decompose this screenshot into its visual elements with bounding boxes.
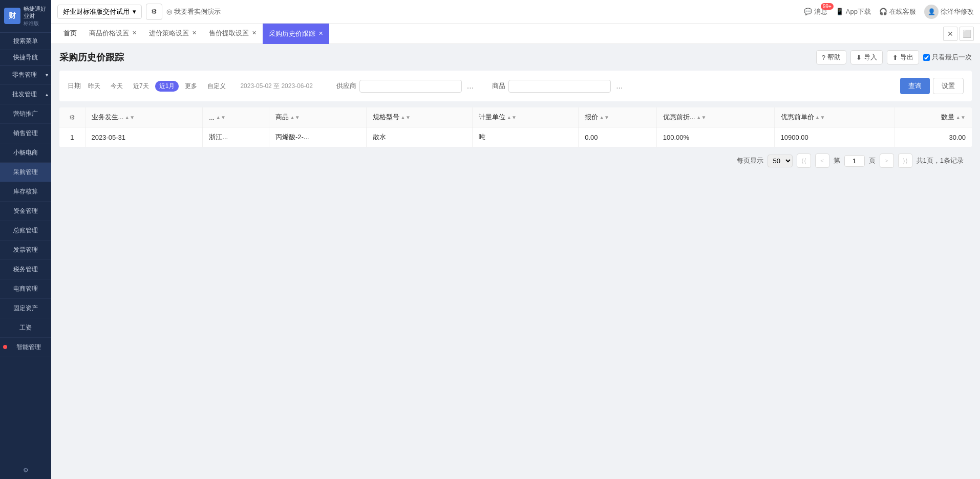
sidebar-item-tax[interactable]: 税务管理 — [0, 260, 51, 279]
date-opt-custom[interactable]: 自定义 — [203, 81, 230, 92]
sidebar-item-salary[interactable]: 工资 — [0, 318, 51, 338]
td-extra: 浙江... — [203, 127, 269, 147]
next-page-button[interactable]: ＞ — [880, 154, 894, 168]
page-unit: 页 — [869, 156, 876, 165]
message-button[interactable]: 💬 消息 99+ — [804, 7, 827, 16]
help-button[interactable]: ? 帮助 — [816, 50, 846, 64]
tab-history-price[interactable]: 采购历史价跟踪 ✕ — [263, 24, 329, 44]
supplier-label: 供应商 — [336, 81, 356, 91]
version-selector[interactable]: 好业财标准版交付试用 ▾ — [57, 5, 142, 19]
sidebar-item-wholesale[interactable]: 批发管理 ▴ — [0, 85, 51, 104]
sidebar-item-invoice[interactable]: 发票管理 — [0, 241, 51, 260]
date-opt-today[interactable]: 今天 — [106, 81, 127, 92]
sort-icon[interactable]: ▲▼ — [216, 115, 226, 120]
sidebar-quicknav[interactable]: 快捷导航 — [0, 50, 51, 66]
sidebar-settings-button[interactable]: ⚙ — [0, 462, 51, 479]
date-opt-more[interactable]: 更多 — [181, 81, 201, 92]
date-range-display: 2023-05-02 至 2023-06-02 — [240, 82, 312, 91]
sidebar-search[interactable]: 搜索菜单 — [0, 33, 51, 50]
date-opt-yesterday[interactable]: 昨天 — [84, 81, 104, 92]
sort-icon[interactable]: ▲▼ — [955, 115, 966, 120]
sidebar-item-finance[interactable]: 资金管理 — [0, 202, 51, 221]
sidebar-item-accounting[interactable]: 总账管理 — [0, 221, 51, 241]
import-button[interactable]: ⬇ 导入 — [850, 50, 883, 64]
sort-icon[interactable]: ▲▼ — [696, 115, 707, 120]
page-title: 采购历史价跟踪 — [59, 51, 124, 63]
sidebar-item-purchase[interactable]: 采购管理 — [0, 163, 51, 182]
supplier-filter: 供应商 ... — [336, 80, 476, 93]
supplier-input[interactable] — [359, 80, 462, 93]
sort-icon[interactable]: ▲▼ — [599, 115, 609, 120]
th-unit: 计量单位 ▲▼ — [473, 107, 579, 127]
sort-icon[interactable]: ▲▼ — [124, 115, 135, 120]
tab-close-active-icon[interactable]: ✕ — [318, 30, 323, 37]
sort-icon[interactable]: ▲▼ — [815, 115, 825, 120]
tab-sale-price[interactable]: 售价提取设置 ✕ — [203, 24, 263, 44]
topbar: 好业财标准版交付试用 ▾ ⚙ ◎ 我要看实例演示 💬 消息 99+ 📱 App下… — [51, 0, 980, 24]
sidebar-item-assets[interactable]: 固定资产 — [0, 299, 51, 318]
prev-page-button[interactable]: ＜ — [815, 154, 829, 168]
td-goods: 丙烯酸-2-... — [269, 127, 366, 147]
th-extra: ... ▲▼ — [203, 107, 269, 127]
only-latest-checkbox[interactable]: 只看最后一次 — [923, 53, 972, 62]
td-business-date: 2023-05-31 — [85, 127, 203, 147]
filter-actions: 查询 设置 — [900, 78, 964, 94]
sidebar-item-inventory[interactable]: 库存核算 — [0, 182, 51, 202]
page-input[interactable] — [844, 155, 865, 167]
goods-dots[interactable]: ... — [614, 81, 625, 91]
sidebar-item-retail[interactable]: 零售管理 ▾ — [0, 66, 51, 85]
sidebar-item-sales[interactable]: 销售管理 — [0, 124, 51, 143]
user-menu-button[interactable]: 👤 徐泽华修改 — [924, 5, 974, 19]
gear-icon: ⚙ — [151, 8, 157, 15]
version-selector-label: 好业财标准版交付试用 — [63, 7, 130, 16]
export-button[interactable]: ⬆ 导出 — [887, 50, 919, 64]
sidebar-item-marketing[interactable]: 营销推广 — [0, 104, 51, 124]
date-opt-7days[interactable]: 近7天 — [129, 81, 153, 92]
per-page-select[interactable]: 50 — [768, 155, 793, 167]
sidebar-item-ecommerce-small[interactable]: 小畅电商 — [0, 143, 51, 163]
demo-button[interactable]: ◎ 我要看实例演示 — [166, 7, 221, 16]
import-icon: ⬇ — [856, 54, 862, 61]
goods-input[interactable] — [508, 80, 611, 93]
tab-close-icon[interactable]: ✕ — [132, 30, 137, 36]
first-page-button[interactable]: ⟨⟨ — [797, 154, 811, 168]
page-label: 第 — [834, 156, 840, 165]
page-actions: ? 帮助 ⬇ 导入 ⬆ 导出 只看最后一次 — [816, 50, 972, 64]
data-table-container: ⚙ 业务发生... ▲▼ ... ▲▼ — [59, 107, 972, 147]
topbar-right: 💬 消息 99+ 📱 App下载 🎧 在线客服 👤 徐泽华修改 — [804, 5, 974, 19]
app-download-button[interactable]: 📱 App下载 — [836, 7, 871, 16]
th-goods: 商品 ▲▼ — [269, 107, 366, 127]
sort-icon[interactable]: ▲▼ — [290, 115, 300, 120]
per-page-label: 每页显示 — [737, 156, 763, 165]
online-service-button[interactable]: 🎧 在线客服 — [879, 7, 916, 16]
export-icon: ⬆ — [892, 54, 898, 61]
sidebar-item-smart[interactable]: 智能管理 — [0, 338, 51, 357]
tab-close-icon[interactable]: ✕ — [252, 30, 257, 36]
filter-row: 日期 昨天 今天 近7天 近1月 更多 自定义 2023-05-02 至 202… — [68, 78, 964, 94]
last-page-button[interactable]: ⟩⟩ — [898, 154, 912, 168]
expand-arrow-icon: ▾ — [46, 72, 48, 78]
tab-purchase-strategy[interactable]: 进价策略设置 ✕ — [143, 24, 203, 44]
th-quantity: 数量 ▲▼ — [894, 107, 972, 127]
sidebar-item-ecommerce[interactable]: 电商管理 — [0, 279, 51, 299]
data-table: ⚙ 业务发生... ▲▼ ... ▲▼ — [59, 107, 972, 147]
table-header-row: ⚙ 业务发生... ▲▼ ... ▲▼ — [59, 107, 972, 127]
tab-home[interactable]: 首页 — [57, 24, 83, 44]
settings-button[interactable]: ⚙ — [146, 4, 162, 20]
date-opt-1month[interactable]: 近1月 — [155, 81, 179, 92]
query-button[interactable]: 查询 — [900, 78, 930, 94]
only-latest-input[interactable] — [923, 54, 930, 61]
column-settings-icon[interactable]: ⚙ — [69, 114, 75, 121]
tab-price[interactable]: 商品价格设置 ✕ — [83, 24, 143, 44]
tab-close-window-button[interactable]: ✕ — [943, 27, 957, 41]
logo-subtitle: 标准版 — [24, 20, 47, 27]
tab-close-icon[interactable]: ✕ — [192, 30, 197, 36]
tab-maximize-button[interactable]: ⬜ — [960, 27, 974, 41]
settings-filter-button[interactable]: 设置 — [933, 78, 964, 94]
td-spec: 散水 — [367, 127, 473, 147]
message-badge: 99+ — [821, 3, 834, 10]
th-business-date: 业务发生... ▲▼ — [85, 107, 203, 127]
supplier-dots[interactable]: ... — [465, 81, 476, 91]
sort-icon[interactable]: ▲▼ — [506, 115, 517, 120]
sort-icon[interactable]: ▲▼ — [400, 115, 411, 120]
